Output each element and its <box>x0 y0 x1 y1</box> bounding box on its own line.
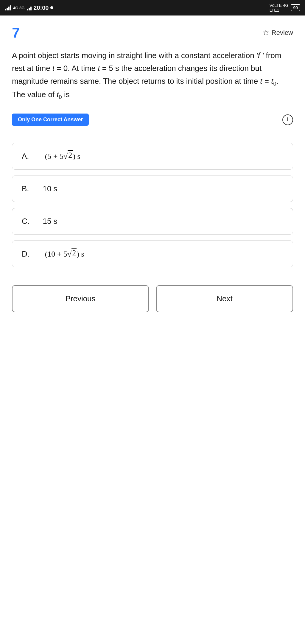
badge-row: Only One Correct Answer i <box>12 114 293 126</box>
status-bar: 4G 3G 20:00 VoLTE 4GLTE1 90 <box>0 0 305 15</box>
option-d[interactable]: D. (10 + 5√2) s <box>12 240 293 267</box>
status-left: 4G 3G 20:00 <box>5 4 53 11</box>
divider <box>12 133 293 133</box>
status-dot <box>50 6 53 9</box>
option-a-text: (5 + 5√2) s <box>38 151 80 161</box>
network-4g-label: 4G 3G <box>13 6 24 10</box>
question-text: A point object starts moving in straight… <box>12 49 293 102</box>
next-button[interactable]: Next <box>156 285 293 312</box>
main-content: 7 ☆ Review A point object starts moving … <box>0 15 305 644</box>
option-b[interactable]: B. 10 s <box>12 176 293 202</box>
option-b-letter: B. <box>22 184 32 193</box>
battery-indicator: 90 <box>291 4 300 11</box>
answer-type-badge: Only One Correct Answer <box>12 114 89 126</box>
status-time: 20:00 <box>33 4 49 11</box>
option-a[interactable]: A. (5 + 5√2) s <box>12 143 293 170</box>
status-right: VoLTE 4GLTE1 90 <box>270 3 300 13</box>
review-label: Review <box>272 29 293 37</box>
nav-buttons: Previous Next <box>12 285 293 312</box>
options-container: A. (5 + 5√2) s B. 10 s C. 15 s D. (10 + … <box>12 143 293 267</box>
option-c-text: 15 s <box>38 217 57 226</box>
previous-button[interactable]: Previous <box>12 285 149 312</box>
network-right-label: VoLTE 4GLTE1 <box>270 3 289 13</box>
option-d-text: (10 + 5√2) s <box>38 249 84 259</box>
option-a-letter: A. <box>22 152 32 161</box>
signal-3g-icon <box>27 5 32 10</box>
option-c-letter: C. <box>22 217 32 226</box>
question-number: 7 <box>12 24 20 41</box>
info-icon[interactable]: i <box>282 114 293 125</box>
option-c[interactable]: C. 15 s <box>12 208 293 235</box>
star-icon: ☆ <box>262 28 269 37</box>
option-d-letter: D. <box>22 249 32 259</box>
signal-4g-icon <box>5 5 11 10</box>
option-b-text: 10 s <box>38 184 57 193</box>
header-row: 7 ☆ Review <box>12 24 293 41</box>
review-button[interactable]: ☆ Review <box>262 28 293 37</box>
